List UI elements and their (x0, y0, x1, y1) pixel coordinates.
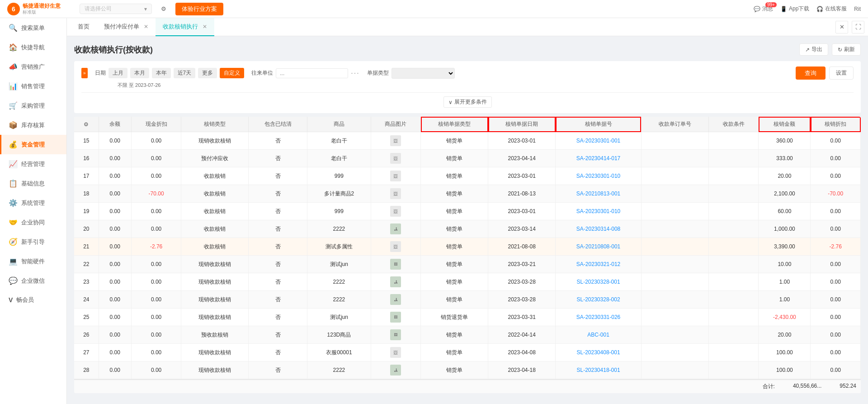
sidebar-item-marketing[interactable]: 📣 营销推广 (0, 57, 66, 76)
goods-image-default: 🖼 (390, 171, 401, 181)
cell-bill-no[interactable]: SA-20230301-001 (556, 132, 642, 150)
bill-no-link[interactable]: SA-20230314-008 (576, 226, 620, 232)
sidebar-item-search[interactable]: 🔍 搜索菜单 (0, 18, 66, 38)
sidebar-item-collab[interactable]: 🤝 企业协同 (0, 213, 66, 232)
bill-no-link[interactable]: SL-20230418-001 (576, 367, 620, 373)
date-btn-custom[interactable]: 自定义 (220, 68, 244, 78)
tab-home[interactable]: 首页 (71, 18, 97, 36)
bill-no-link[interactable]: SA-20210813-001 (576, 190, 620, 197)
message-button[interactable]: 💬 消息 99+ (754, 5, 773, 13)
cell-bill-date: 2022-04-14 (488, 326, 556, 344)
filter-row: » 日期 上月 本月 本年 近7天 更多 自定义 (81, 67, 854, 80)
cell-goods: 多计量商品2 (307, 185, 371, 203)
tab-prepay-close-icon[interactable]: ✕ (144, 24, 148, 30)
sidebar-item-hardware[interactable]: 💻 智能硬件 (0, 252, 66, 271)
cell-bill-date: 2023-04-14 (488, 150, 556, 167)
user-name[interactable]: Rit (854, 6, 861, 12)
expand-tabs-button[interactable]: ⛶ (852, 21, 864, 33)
bill-no-link[interactable]: SL-20230328-002 (576, 296, 620, 303)
sidebar-item-basic[interactable]: 📋 基础信息 (0, 174, 66, 193)
cell-type: 预付冲应收 (181, 150, 249, 167)
cell-bill-no[interactable]: SA-20210808-001 (556, 238, 642, 256)
cell-write-off-amt: 2,100.00 (759, 185, 811, 203)
cell-bill-no[interactable]: SL-20230408-001 (556, 344, 642, 361)
sidebar-item-member[interactable]: V 畅会员 (0, 290, 66, 309)
cell-bill-no[interactable]: SA-20230314-008 (556, 220, 642, 238)
expand-more-button[interactable]: ∨ 展开更多条件 (443, 96, 492, 108)
tab-prepay[interactable]: 预付冲应付单 ✕ (97, 18, 156, 36)
cell-settled: 否 (249, 238, 307, 256)
online-service-button[interactable]: 🎧 在线客服 (816, 5, 847, 13)
cell-write-off-disc: -2.76 (811, 238, 861, 256)
partner-input[interactable] (276, 68, 348, 78)
close-all-tabs-button[interactable]: ✕ (835, 21, 848, 33)
bill-type-label: 单据类型 (367, 69, 389, 77)
app-download-button[interactable]: 📱 App下载 (780, 5, 809, 13)
bill-no-link[interactable]: SA-20230321-012 (576, 261, 620, 267)
table-header-row: ⚙ 余额 现金折扣 核销类型 包含已结清 商品 商品图片 核销单据类型 核销单据… (74, 117, 861, 132)
bill-no-link[interactable]: SA-20230331-026 (576, 314, 620, 320)
export-icon: ↗ (805, 47, 810, 53)
bill-no-link[interactable]: ABC-001 (587, 332, 609, 338)
cell-write-off-amt: 3,390.00 (759, 238, 811, 256)
service-icon: 🎧 (816, 6, 823, 12)
tab-writeoff-close-icon[interactable]: ✕ (203, 24, 207, 30)
bill-no-link[interactable]: SL-20230408-001 (576, 349, 620, 356)
cell-bill-date: 2023-04-18 (488, 361, 556, 379)
date-btn-more[interactable]: 更多 (198, 68, 217, 78)
industry-solution-button[interactable]: 体验行业方案 (175, 3, 223, 15)
sidebar-item-label: 企业协同 (21, 219, 45, 227)
cell-balance: 0.00 (99, 256, 131, 273)
cell-goods-img: 🖼 (371, 309, 421, 326)
cell-bill-no[interactable]: SA-20230301-010 (556, 167, 642, 185)
company-selector[interactable]: 请选择公司 ▾ (80, 4, 152, 14)
cell-bill-no[interactable]: SL-20230328-002 (556, 291, 642, 309)
tab-writeoff[interactable]: 收款核销执行 ✕ (156, 18, 214, 36)
tab-writeoff-label: 收款核销执行 (163, 23, 198, 31)
bill-no-link[interactable]: SA-20230301-001 (576, 138, 620, 144)
sidebar-item-purchase[interactable]: 🛒 采购管理 (0, 96, 66, 115)
filter-setting-button[interactable]: 设置 (829, 67, 854, 80)
date-btn-this-year[interactable]: 本年 (152, 68, 171, 78)
sidebar-item-guide[interactable]: 🧭 新手引导 (0, 232, 66, 252)
goods-image-pic: 🏞 (390, 276, 401, 287)
cell-goods-img: 🏞 (371, 273, 421, 291)
cell-bill-no[interactable]: SL-20230418-001 (556, 361, 642, 379)
search-icon: 🔍 (9, 24, 18, 32)
export-button[interactable]: ↗ 导出 (799, 43, 828, 56)
cell-bill-no[interactable]: SL-20230328-001 (556, 273, 642, 291)
search-button[interactable]: 查询 (796, 67, 826, 80)
bill-no-link[interactable]: SA-20210808-001 (576, 243, 620, 250)
date-btn-7days[interactable]: 近7天 (174, 68, 196, 78)
expand-more-label: 展开更多条件 (454, 98, 487, 106)
cell-bill-no[interactable]: ABC-001 (556, 326, 642, 344)
sidebar-item-wechat[interactable]: 💬 企业微信 (0, 271, 66, 290)
bill-no-link[interactable]: SA-20230301-010 (576, 208, 620, 214)
cell-bill-no[interactable]: SA-20230321-012 (556, 256, 642, 273)
sidebar-item-inventory[interactable]: 📦 库存核算 (0, 115, 66, 135)
cell-bill-no[interactable]: SA-20210813-001 (556, 185, 642, 203)
table-row: 26 0.00 0.00 预收款核销 否 123D商品 🖼 销货单 2022-0… (74, 326, 861, 344)
bill-no-link[interactable]: SA-20230414-017 (576, 155, 620, 162)
cell-bill-no[interactable]: SA-20230301-010 (556, 203, 642, 220)
sidebar-item-quick[interactable]: 🏠 快捷导航 (0, 38, 66, 57)
bill-no-link[interactable]: SL-20230328-001 (576, 279, 620, 285)
sidebar-item-operations[interactable]: 📈 经营管理 (0, 154, 66, 174)
cell-bill-no[interactable]: SA-20230331-026 (556, 309, 642, 326)
date-btn-last-month[interactable]: 上月 (108, 68, 127, 78)
bill-no-link[interactable]: SA-20230301-010 (576, 173, 620, 179)
bill-type-select[interactable] (392, 68, 455, 79)
date-btn-this-month[interactable]: 本月 (130, 68, 149, 78)
th-settings[interactable]: ⚙ (74, 117, 99, 132)
sidebar-item-finance[interactable]: 💰 资金管理 (0, 135, 66, 154)
refresh-button[interactable]: ↻ 刷新 (832, 43, 861, 56)
filter-expand-button[interactable]: » (81, 68, 88, 78)
cell-type: 现销收款核销 (181, 291, 249, 309)
cell-bill-no[interactable]: SA-20230414-017 (556, 150, 642, 167)
goods-image-default: 🖼 (390, 206, 401, 217)
settings-gear-button[interactable]: ⚙ (157, 3, 170, 15)
cell-settled: 否 (249, 132, 307, 150)
cell-goods: 2222 (307, 291, 371, 309)
sidebar-item-sales[interactable]: 📊 销售管理 (0, 76, 66, 96)
sidebar-item-system[interactable]: ⚙️ 系统管理 (0, 193, 66, 213)
